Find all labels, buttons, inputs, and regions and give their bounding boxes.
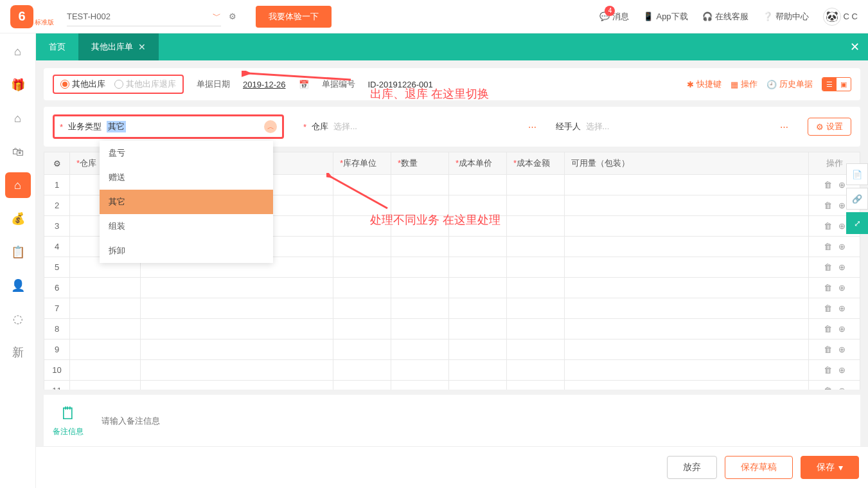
delete-icon[interactable]: 🗑 <box>824 386 832 390</box>
more-icon[interactable]: ⋯ <box>528 122 536 132</box>
radio-outbound-return-label: 其他出库退库 <box>126 78 176 90</box>
warehouse-placeholder: 选择... <box>333 121 357 132</box>
dock-link-icon[interactable]: 🔗 <box>846 188 868 210</box>
history-icon: 🕘 <box>766 80 777 89</box>
messages-button[interactable]: 💬 消息 4 <box>599 11 629 23</box>
delete-icon[interactable]: 🗑 <box>824 242 832 251</box>
online-service-button[interactable]: 🎧 在线客服 <box>702 11 748 23</box>
nav-house-icon[interactable]: ⌂ <box>5 105 31 131</box>
add-icon[interactable]: ⊕ <box>838 386 846 390</box>
warehouse-field[interactable]: * 仓库 选择... ⋯ <box>303 121 536 132</box>
add-icon[interactable]: ⊕ <box>838 365 846 375</box>
col-amount: *成本金额 <box>507 152 565 175</box>
remark-label: 备注信息 <box>53 426 84 437</box>
gear-icon[interactable]: ⚙ <box>229 12 236 21</box>
add-icon[interactable]: ⊕ <box>838 242 846 251</box>
add-icon[interactable]: ⊕ <box>838 303 846 313</box>
row-index: 10 <box>44 360 70 381</box>
shortcut-button[interactable]: ✱快捷键 <box>687 78 722 90</box>
delete-icon[interactable]: 🗑 <box>824 283 832 293</box>
delete-icon[interactable]: 🗑 <box>824 345 832 354</box>
dropdown-option[interactable]: 拆卸 <box>100 239 273 263</box>
col-available: 可用量（包装） <box>565 152 809 175</box>
save-button[interactable]: 保存▾ <box>801 456 859 479</box>
gear-icon: ⚙ <box>816 122 824 132</box>
table-row[interactable]: 11🗑⊕ <box>44 381 860 390</box>
chevron-down-icon: ﹀ <box>213 10 221 22</box>
add-icon[interactable]: ⊕ <box>838 283 846 293</box>
dropdown-option[interactable]: 组装 <box>100 214 273 239</box>
annotation-text-1: 出库、退库 在这里切换 <box>370 86 489 102</box>
dock-note-icon[interactable]: 📄 <box>846 163 868 185</box>
tab-home-label: 首页 <box>49 41 66 53</box>
dock-expand-icon[interactable]: ⤢ <box>846 212 868 234</box>
online-service-label: 在线客服 <box>715 11 748 23</box>
settings-button[interactable]: ⚙设置 <box>808 118 851 136</box>
table-row[interactable]: 8🗑⊕ <box>44 319 860 339</box>
save-draft-button[interactable]: 保存草稿 <box>725 456 793 479</box>
delete-icon[interactable]: 🗑 <box>824 221 832 231</box>
history-button[interactable]: 🕘历史单据 <box>766 78 813 90</box>
nav-contact-icon[interactable]: 👤 <box>5 273 31 298</box>
shortcut-icon: ✱ <box>687 80 694 89</box>
business-type-field[interactable]: * 业务类型 其它 ︿ 盘亏 赠送 其它 组装 拆卸 <box>53 114 284 139</box>
col-qty: *数量 <box>391 152 449 175</box>
user-menu[interactable]: 🐼 C C <box>823 8 858 26</box>
dropdown-option[interactable]: 盘亏 <box>100 141 273 165</box>
row-index: 7 <box>44 298 70 319</box>
add-icon[interactable]: ⊕ <box>838 324 846 334</box>
nav-money-icon[interactable]: 💰 <box>5 206 31 231</box>
table-row[interactable]: 6🗑⊕ <box>44 278 860 298</box>
nav-gift-icon[interactable]: 🎁 <box>5 72 31 98</box>
nav-clipboard-icon[interactable]: 📋 <box>5 239 31 265</box>
app-download-button[interactable]: 📱 App下载 <box>643 11 687 23</box>
table-row[interactable]: 7🗑⊕ <box>44 298 860 319</box>
more-icon[interactable]: ⋯ <box>780 122 788 132</box>
delete-icon[interactable]: 🗑 <box>824 365 832 375</box>
history-label: 历史单据 <box>779 78 813 90</box>
add-icon[interactable]: ⊕ <box>838 345 846 354</box>
nav-warehouse-icon[interactable]: ⌂ <box>5 172 31 198</box>
delete-icon[interactable]: 🗑 <box>824 201 832 210</box>
nav-new-icon[interactable]: 新 <box>5 339 31 365</box>
outbound-type-radio-group: 其他出库 其他出库退库 <box>53 75 184 94</box>
nav-home-icon[interactable]: ⌂ <box>5 39 31 64</box>
close-all-tabs[interactable]: ✕ <box>841 33 868 60</box>
add-icon[interactable]: ⊕ <box>838 201 846 210</box>
view-toggle[interactable]: ☰▣ <box>822 77 851 91</box>
delete-icon[interactable]: 🗑 <box>824 180 832 190</box>
table-row[interactable]: 10🗑⊕ <box>44 360 860 381</box>
add-icon[interactable]: ⊕ <box>838 180 846 190</box>
remark-input[interactable] <box>96 411 851 431</box>
tab-home[interactable]: 首页 <box>36 33 78 60</box>
radio-outbound-label: 其他出库 <box>72 78 105 90</box>
radio-outbound-return[interactable]: 其他出库退库 <box>114 78 176 90</box>
operate-button[interactable]: ▦操作 <box>731 78 757 90</box>
handler-field[interactable]: 经手人 选择... ⋯ <box>556 121 789 132</box>
dropdown-option[interactable]: 赠送 <box>100 165 273 190</box>
nav-bag-icon[interactable]: 🛍 <box>5 139 31 165</box>
note-icon: 🗒 <box>60 404 76 424</box>
tenant-selector[interactable]: TEST-H002 ﹀ <box>67 6 221 26</box>
radio-outbound[interactable]: 其他出库 <box>60 78 105 90</box>
delete-icon[interactable]: 🗑 <box>824 324 832 334</box>
tab-other-outbound[interactable]: 其他出库单 ✕ <box>78 33 159 60</box>
logo: 6 <box>10 5 33 28</box>
delete-icon[interactable]: 🗑 <box>824 303 832 313</box>
help-center-button[interactable]: ❔ 帮助中心 <box>763 11 809 23</box>
right-dock: 📄 🔗 ⤢ <box>846 163 868 234</box>
delete-icon[interactable]: 🗑 <box>824 262 832 272</box>
trial-button[interactable]: 我要体验一下 <box>256 6 332 28</box>
add-icon[interactable]: ⊕ <box>838 262 846 272</box>
chevron-down-icon: ▾ <box>838 462 843 473</box>
add-icon[interactable]: ⊕ <box>838 221 846 231</box>
dropdown-option[interactable]: 其它 <box>100 190 273 214</box>
annotation-arrow-icon <box>242 71 351 82</box>
discard-button[interactable]: 放弃 <box>667 456 717 479</box>
shortcut-label: 快捷键 <box>696 78 722 90</box>
close-icon[interactable]: ✕ <box>138 42 146 52</box>
gear-header-icon[interactable]: ⚙ <box>44 152 70 175</box>
table-row[interactable]: 9🗑⊕ <box>44 339 860 360</box>
nav-cycle-icon[interactable]: ◌ <box>5 306 31 332</box>
page-tabs: 首页 其他出库单 ✕ ✕ <box>36 33 868 60</box>
